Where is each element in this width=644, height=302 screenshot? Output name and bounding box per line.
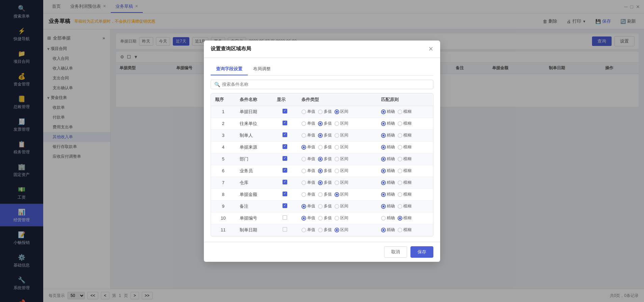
modal-overlay[interactable]: 设置查询区域布局 ✕ 查询字段设置 布局调整 🔍 bbox=[0, 0, 644, 302]
type-option-单值-5[interactable]: 单值 bbox=[301, 156, 315, 162]
type-option-多值-7[interactable]: 多值 bbox=[318, 180, 332, 185]
match-option-精确-9[interactable]: 精确 bbox=[381, 203, 395, 209]
row-name-3: 制单人 bbox=[236, 129, 273, 141]
dialog-tab-fields-label: 查询字段设置 bbox=[216, 66, 242, 71]
display-checkbox-4[interactable] bbox=[283, 144, 287, 149]
match-option-精确-10[interactable]: 精确 bbox=[381, 215, 395, 221]
type-option-多值-1[interactable]: 多值 bbox=[318, 109, 332, 115]
dialog-tab-fields[interactable]: 查询字段设置 bbox=[211, 63, 248, 75]
type-option-区间-8[interactable]: 区间 bbox=[334, 192, 348, 197]
display-checkbox-8[interactable] bbox=[283, 192, 287, 196]
row-type-11: 单值多值区间 bbox=[297, 224, 377, 236]
type-option-单值-8[interactable]: 单值 bbox=[301, 192, 315, 197]
type-option-区间-5[interactable]: 区间 bbox=[334, 156, 348, 162]
row-match-11: 精确模糊 bbox=[377, 224, 433, 236]
row-display-9 bbox=[273, 200, 297, 212]
match-option-精确-4[interactable]: 精确 bbox=[381, 144, 395, 150]
row-name-5: 部门 bbox=[236, 153, 273, 165]
type-option-区间-11[interactable]: 区间 bbox=[334, 227, 348, 233]
type-option-单值-7[interactable]: 单值 bbox=[301, 180, 315, 185]
display-checkbox-7[interactable] bbox=[283, 180, 287, 184]
type-option-单值-2[interactable]: 单值 bbox=[301, 121, 315, 126]
match-option-精确-5[interactable]: 精确 bbox=[381, 156, 395, 162]
type-option-区间-10[interactable]: 区间 bbox=[334, 215, 348, 221]
match-option-精确-6[interactable]: 精确 bbox=[381, 168, 395, 174]
type-option-区间-9[interactable]: 区间 bbox=[334, 203, 348, 209]
row-type-8: 单值多值区间 bbox=[297, 188, 377, 200]
type-option-多值-9[interactable]: 多值 bbox=[318, 203, 332, 209]
dialog-tab-layout[interactable]: 布局调整 bbox=[248, 63, 276, 75]
row-display-10 bbox=[273, 212, 297, 224]
row-order-3: 3 bbox=[211, 129, 236, 141]
type-option-多值-10[interactable]: 多值 bbox=[318, 215, 332, 221]
match-option-模糊-8[interactable]: 模糊 bbox=[398, 192, 411, 197]
row-match-4: 精确模糊 bbox=[377, 141, 433, 153]
dialog-close-btn[interactable]: ✕ bbox=[428, 45, 433, 53]
type-option-单值-4[interactable]: 单值 bbox=[301, 144, 315, 150]
match-option-模糊-4[interactable]: 模糊 bbox=[398, 144, 411, 150]
type-option-多值-3[interactable]: 多值 bbox=[318, 132, 332, 138]
row-order-11: 11 bbox=[211, 224, 236, 236]
th-match: 匹配原则 bbox=[377, 94, 433, 106]
row-order-2: 2 bbox=[211, 118, 236, 129]
dialog-search-input[interactable] bbox=[222, 82, 430, 87]
type-option-单值-9[interactable]: 单值 bbox=[301, 203, 315, 209]
display-checkbox-11[interactable] bbox=[283, 227, 287, 232]
display-checkbox-3[interactable] bbox=[283, 132, 287, 137]
display-checkbox-1[interactable] bbox=[283, 109, 287, 114]
match-option-模糊-1[interactable]: 模糊 bbox=[398, 109, 411, 115]
match-option-模糊-9[interactable]: 模糊 bbox=[398, 203, 411, 209]
type-option-单值-10[interactable]: 单值 bbox=[301, 215, 315, 221]
match-option-精确-11[interactable]: 精确 bbox=[381, 227, 395, 233]
row-order-7: 7 bbox=[211, 177, 236, 188]
type-option-多值-6[interactable]: 多值 bbox=[318, 168, 332, 174]
dialog-table-container: 顺序 条件名称 显示 条件类型 匹配原则 1单据日期单值多值区间精确模糊2往来单… bbox=[211, 93, 433, 236]
match-option-精确-3[interactable]: 精确 bbox=[381, 132, 395, 138]
type-option-区间-6[interactable]: 区间 bbox=[334, 168, 348, 174]
display-checkbox-5[interactable] bbox=[283, 156, 287, 161]
display-checkbox-2[interactable] bbox=[283, 121, 287, 125]
match-option-模糊-2[interactable]: 模糊 bbox=[398, 121, 411, 126]
row-match-1: 精确模糊 bbox=[377, 106, 433, 118]
cancel-button[interactable]: 取消 bbox=[384, 246, 407, 258]
type-option-单值-11[interactable]: 单值 bbox=[301, 227, 315, 233]
type-option-区间-2[interactable]: 区间 bbox=[334, 121, 348, 126]
match-option-精确-8[interactable]: 精确 bbox=[381, 192, 395, 197]
type-option-多值-4[interactable]: 多值 bbox=[318, 144, 332, 150]
match-option-精确-1[interactable]: 精确 bbox=[381, 109, 395, 115]
type-option-单值-3[interactable]: 单值 bbox=[301, 132, 315, 138]
type-option-多值-2[interactable]: 多值 bbox=[318, 121, 332, 126]
save-dialog-button[interactable]: 保存 bbox=[410, 246, 433, 258]
type-option-区间-1[interactable]: 区间 bbox=[334, 109, 348, 115]
type-option-区间-4[interactable]: 区间 bbox=[334, 144, 348, 150]
dialog-tabs: 查询字段设置 布局调整 bbox=[211, 63, 433, 76]
row-display-4 bbox=[273, 141, 297, 153]
row-name-4: 单据来源 bbox=[236, 141, 273, 153]
dialog-body: 查询字段设置 布局调整 🔍 顺序 条件名称 显示 bbox=[204, 58, 440, 242]
match-option-精确-7[interactable]: 精确 bbox=[381, 180, 395, 185]
row-order-9: 9 bbox=[211, 200, 236, 212]
type-option-多值-8[interactable]: 多值 bbox=[318, 192, 332, 197]
row-order-5: 5 bbox=[211, 153, 236, 165]
type-option-区间-7[interactable]: 区间 bbox=[334, 180, 348, 185]
match-option-模糊-5[interactable]: 模糊 bbox=[398, 156, 411, 162]
row-name-10: 单据编号 bbox=[236, 212, 273, 224]
type-option-单值-1[interactable]: 单值 bbox=[301, 109, 315, 115]
display-checkbox-9[interactable] bbox=[283, 203, 287, 208]
type-option-单值-6[interactable]: 单值 bbox=[301, 168, 315, 174]
display-checkbox-10[interactable] bbox=[283, 215, 287, 220]
row-name-2: 往来单位 bbox=[236, 118, 273, 129]
match-option-模糊-3[interactable]: 模糊 bbox=[398, 132, 411, 138]
type-option-多值-5[interactable]: 多值 bbox=[318, 156, 332, 162]
row-display-7 bbox=[273, 177, 297, 188]
match-option-精确-2[interactable]: 精确 bbox=[381, 121, 395, 126]
match-option-模糊-11[interactable]: 模糊 bbox=[398, 227, 411, 233]
type-option-多值-11[interactable]: 多值 bbox=[318, 227, 332, 233]
type-option-区间-3[interactable]: 区间 bbox=[334, 132, 348, 138]
display-checkbox-6[interactable] bbox=[283, 168, 287, 173]
match-option-模糊-7[interactable]: 模糊 bbox=[398, 180, 411, 185]
match-option-模糊-6[interactable]: 模糊 bbox=[398, 168, 411, 174]
match-option-模糊-10[interactable]: 模糊 bbox=[398, 215, 411, 221]
row-type-9: 单值多值区间 bbox=[297, 200, 377, 212]
th-name: 条件名称 bbox=[236, 94, 273, 106]
